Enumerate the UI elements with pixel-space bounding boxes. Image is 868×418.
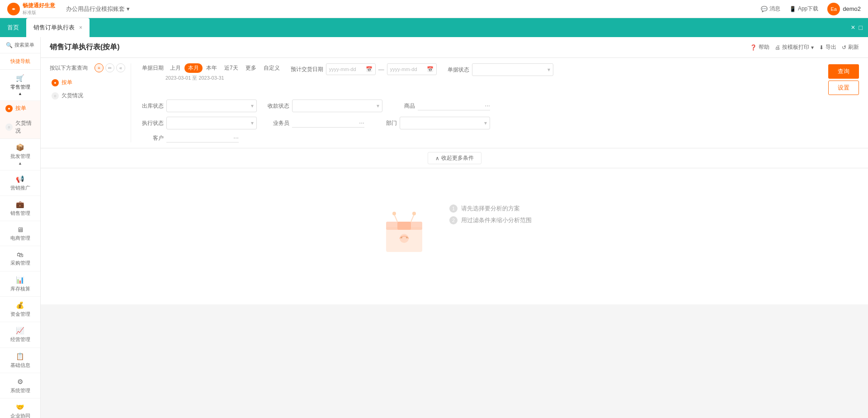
help-button[interactable]: ❓ 帮助 <box>750 43 769 51</box>
date-tab-last-month[interactable]: 上月 <box>166 63 184 73</box>
tab-close-icon[interactable]: × <box>79 24 82 31</box>
template-print-button[interactable]: 🖨 按模板打印 ▾ <box>775 43 814 51</box>
calendar-icon: 📅 <box>366 66 373 72</box>
exec-status-select[interactable]: ▾ <box>166 117 257 129</box>
filter-row-4: 客户 ··· <box>138 134 859 142</box>
exec-chevron-icon: ▾ <box>251 120 254 126</box>
filter-row-2: 出库状态 ▾ 收款状态 ▾ 商品 <box>138 100 859 112</box>
date-separator: — <box>378 66 384 73</box>
topbar: 畅捷通好生意 标准版 办公用品行业模拟账套 ▾ 💬 消息 📱 App下载 Ea … <box>0 0 868 18</box>
scheme-item-debt[interactable]: ○ 欠货情况 <box>50 89 125 102</box>
date-tab-more[interactable]: 更多 <box>242 63 260 73</box>
wholesale-icon: 📦 <box>16 143 24 152</box>
exec-status-field: 执行状态 ▾ <box>138 117 257 129</box>
date-tab-this-month[interactable]: 本月 <box>184 63 203 73</box>
expand-window-icon[interactable]: □ <box>859 24 863 31</box>
chevron-up-icon: ∧ <box>435 155 439 162</box>
export-button[interactable]: ⬇ 导出 <box>819 43 836 51</box>
department-select[interactable]: ▾ <box>400 117 490 129</box>
sidebar-item-finance[interactable]: 💰 资金管理 <box>0 297 40 322</box>
empty-state: 1 请先选择要分析的方案 2 用过滤条件来缩小分析范围 <box>41 168 868 304</box>
sales-icon: 💼 <box>16 200 24 209</box>
tab-home[interactable]: 首页 <box>0 18 26 37</box>
svg-point-8 <box>392 212 396 215</box>
tab-sales-order-exec[interactable]: 销售订单执行表 × <box>26 18 90 37</box>
sidebar-item-basic[interactable]: 📋 基础信息 <box>0 348 40 373</box>
doc-status-field: 单据状态 ▾ <box>444 63 553 76</box>
marketing-icon: 📢 <box>16 175 24 183</box>
query-button[interactable]: 查询 <box>828 64 859 79</box>
sidebar-item-retail[interactable]: 🛒 零售管理 ▲ <box>0 70 40 101</box>
chevron-down-icon: ▾ <box>127 5 130 12</box>
app-download-button[interactable]: 📱 App下载 <box>789 5 818 13</box>
settings-button[interactable]: 设置 <box>828 81 859 95</box>
message-button[interactable]: 💬 消息 <box>761 5 780 13</box>
page-title: 销售订单执行表(按单) <box>50 43 120 57</box>
sidebar-item-inventory[interactable]: 📊 库存核算 <box>0 271 40 297</box>
date-from-input[interactable]: yyyy-mm-dd 📅 <box>326 63 376 75</box>
goods-dots[interactable]: ··· <box>485 102 490 109</box>
collapse-scheme-button[interactable]: « <box>116 63 125 72</box>
date-to-input[interactable]: yyyy-mm-dd 📅 <box>387 63 437 75</box>
date-tabs: 上月 本月 本年 近7天 更多 自定义 <box>166 63 283 73</box>
scheme-actions: + ✏ « <box>94 63 125 72</box>
svg-line-9 <box>411 214 414 222</box>
sidebar-item-purchase[interactable]: 🛍 采购管理 <box>0 246 40 271</box>
sidebar-item-marketing[interactable]: 📢 营销推广 <box>0 171 40 196</box>
empty-illustration <box>377 204 431 268</box>
filter-panel: 按以下方案查询 + ✏ « ● 按单 ○ 欠货情况 <box>41 58 868 148</box>
sidebar-item-ecommerce[interactable]: 🖥 电商管理 <box>0 221 40 246</box>
sidebar-item-wholesale[interactable]: 📦 批发管理 ▲ <box>0 139 40 170</box>
step-num-1: 1 <box>449 204 458 213</box>
operation-icon: 📈 <box>16 327 24 335</box>
inventory-icon: 📊 <box>16 276 24 284</box>
ship-status-select[interactable]: ▾ <box>166 100 257 112</box>
close-window-icon[interactable]: × <box>851 24 855 32</box>
scheme-item-order[interactable]: ● 按单 <box>50 76 125 89</box>
system-icon: ⚙ <box>17 378 23 386</box>
basic-icon: 📋 <box>16 352 24 361</box>
user-area[interactable]: Ea demo2 <box>827 3 861 15</box>
corp-icon: 🤝 <box>16 403 24 411</box>
topbar-left: 畅捷通好生意 标准版 办公用品行业模拟账套 ▾ <box>7 2 130 15</box>
sidebar-item-corp[interactable]: 🤝 企业协同 <box>0 399 40 418</box>
collapse-more-button[interactable]: ∧ 收起更多条件 <box>428 152 481 164</box>
doc-status-select[interactable]: ▾ <box>472 63 553 76</box>
add-scheme-button[interactable]: + <box>94 63 104 72</box>
date-tab-7days[interactable]: 近7天 <box>221 63 242 73</box>
date-range-display: 2023-03-01 至 2023-03-31 <box>138 75 283 81</box>
print-chevron-icon: ▾ <box>811 44 814 51</box>
date-tab-this-year[interactable]: 本年 <box>203 63 221 73</box>
salesperson-dots[interactable]: ··· <box>359 119 364 126</box>
sidebar-search-button[interactable]: 🔍 搜索菜单 <box>0 37 40 53</box>
collapse-bar: ∧ 收起更多条件 <box>41 148 868 168</box>
single-date-field: 单据日期 上月 本月 本年 近7天 更多 自定义 2023-03-01 至 20… <box>138 63 283 81</box>
topbar-right: 💬 消息 📱 App下载 Ea demo2 <box>761 3 861 15</box>
export-icon: ⬇ <box>819 44 824 51</box>
empty-step-1: 1 请先选择要分析的方案 <box>449 204 532 213</box>
avatar: Ea <box>827 3 840 15</box>
calendar-icon-2: 📅 <box>427 66 434 72</box>
date-tab-custom[interactable]: 自定义 <box>260 63 283 73</box>
purchase-icon: 🛍 <box>17 251 24 258</box>
chevron-icon: ▲ <box>18 161 22 166</box>
expected-date-field: 预计交货日期 yyyy-mm-dd 📅 — yyyy-mm-dd 📅 <box>291 63 437 75</box>
sidebar-item-system[interactable]: ⚙ 系统管理 <box>0 373 40 399</box>
chevron-down-icon: ▾ <box>547 66 550 73</box>
edit-scheme-button[interactable]: ✏ <box>105 63 114 72</box>
customer-dots[interactable]: ··· <box>233 134 239 141</box>
sidebar: 🔍 搜索菜单 快捷导航 🛒 零售管理 ▲ ● 按单 ○ 欠货情况 <box>0 37 41 418</box>
payment-status-select[interactable]: ▾ <box>292 100 382 112</box>
submenu-debt[interactable]: ○ 欠货情况 <box>0 116 40 138</box>
scheme-inactive-icon: ○ <box>52 92 59 100</box>
refresh-button[interactable]: ↺ 刷新 <box>842 43 859 51</box>
payment-chevron-icon: ▾ <box>377 103 379 109</box>
submenu-order[interactable]: ● 按单 <box>0 101 40 116</box>
sidebar-item-sales[interactable]: 💼 销售管理 <box>0 196 40 221</box>
ship-status-field: 出库状态 ▾ <box>138 100 257 112</box>
goods-input-area: ··· <box>418 102 490 110</box>
company-selector[interactable]: 办公用品行业模拟账套 ▾ <box>66 5 130 13</box>
sidebar-item-operation[interactable]: 📈 经营管理 <box>0 322 40 347</box>
quick-nav-button[interactable]: 快捷导航 <box>0 53 40 70</box>
logo-text: 畅捷通好生意 标准版 <box>23 2 55 15</box>
